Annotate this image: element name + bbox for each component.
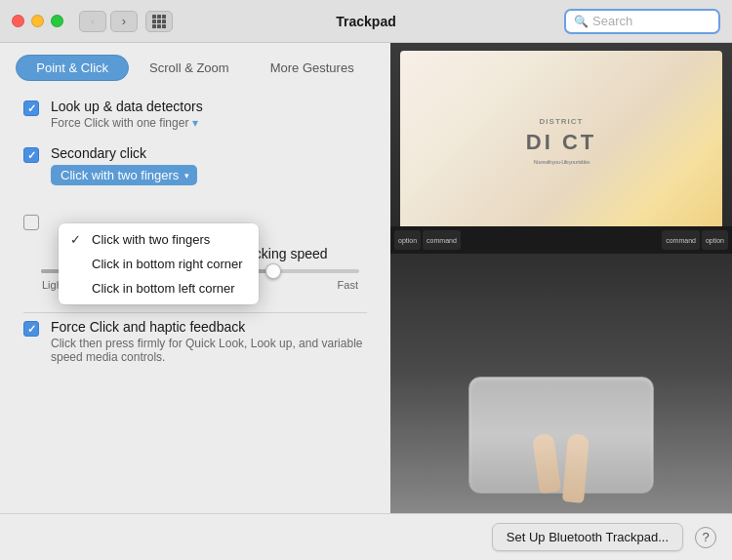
main-content: Point & Click Scroll & Zoom More Gesture… — [0, 43, 732, 513]
menu-item-bottom-left[interactable]: Click in bottom left corner — [59, 276, 259, 300]
bluetooth-button[interactable]: Set Up Bluetooth Trackpad... — [492, 523, 683, 551]
lookup-text: Look up & data detectors Force Click wit… — [51, 99, 367, 130]
lookup-dropdown-arrow[interactable]: ▾ — [192, 116, 198, 130]
left-panel: Point & Click Scroll & Zoom More Gesture… — [0, 43, 390, 513]
tap-click-checkbox[interactable] — [23, 215, 39, 230]
window-title: Trackpad — [336, 14, 395, 29]
bottom-bar: Set Up Bluetooth Trackpad... ? — [0, 513, 732, 560]
force-click-title: Force Click and haptic feedback — [51, 319, 367, 335]
lookup-title: Look up & data detectors — [51, 99, 367, 114]
lookup-subtitle: Force Click with one finger ▾ — [51, 116, 367, 130]
mac-screen-preview: DISTRICT DI CT Now with you · Life your … — [400, 51, 722, 231]
help-button[interactable]: ? — [695, 527, 716, 548]
search-box[interactable]: 🔍 — [564, 9, 720, 34]
dropdown-menu: ✓ Click with two fingers Click in bottom… — [59, 223, 259, 304]
settings-area: Look up & data detectors Force Click wit… — [0, 91, 390, 209]
trackpad-visual — [390, 323, 732, 513]
menu-item-bottom-right[interactable]: Click in bottom right corner — [59, 252, 259, 276]
keyboard-strip: option command command option — [390, 226, 732, 254]
lookup-row: Look up & data detectors Force Click wit… — [23, 99, 367, 130]
tab-scroll-zoom[interactable]: Scroll & Zoom — [129, 55, 250, 81]
force-click-subtitle: Click then press firmly for Quick Look, … — [51, 337, 367, 364]
titlebar: ‹ › Trackpad 🔍 — [0, 0, 732, 43]
secondary-click-row: Secondary click Click with two fingers ▾ — [23, 145, 367, 185]
tab-more-gestures[interactable]: More Gestures — [250, 55, 375, 81]
grid-icon — [152, 15, 166, 28]
dropdown-arrow-icon: ▾ — [184, 171, 189, 180]
right-panel: DISTRICT DI CT Now with you · Life your … — [390, 43, 732, 513]
forward-icon: › — [122, 14, 126, 28]
force-click-text: Force Click and haptic feedback Click th… — [51, 319, 367, 364]
secondary-click-title: Secondary click — [51, 145, 367, 161]
maximize-button[interactable] — [51, 15, 63, 27]
back-icon: ‹ — [91, 14, 95, 28]
finger-2 — [562, 433, 590, 503]
traffic-lights — [12, 15, 63, 27]
finger-1 — [532, 433, 561, 494]
tab-point-click[interactable]: Point & Click — [16, 55, 129, 81]
demo-image: DISTRICT DI CT Now with you · Life your … — [390, 43, 732, 513]
back-button[interactable]: ‹ — [79, 11, 106, 32]
key-command-right: command — [662, 230, 700, 250]
search-input[interactable] — [592, 14, 711, 28]
menu-item-two-fingers[interactable]: ✓ Click with two fingers — [59, 227, 259, 252]
key-option-left: option — [394, 230, 421, 250]
separator — [23, 312, 367, 313]
checkmark-icon: ✓ — [70, 232, 86, 247]
secondary-click-text: Secondary click Click with two fingers ▾ — [51, 145, 367, 185]
force-click-row: Force Click and haptic feedback Click th… — [23, 319, 367, 364]
secondary-click-dropdown[interactable]: Click with two fingers ▾ — [51, 165, 197, 185]
grid-button[interactable] — [145, 11, 173, 32]
key-command-left: command — [423, 230, 461, 250]
close-button[interactable] — [12, 15, 24, 27]
trackpad-image — [468, 377, 654, 494]
search-icon: 🔍 — [574, 15, 589, 28]
nav-buttons: ‹ › — [79, 11, 138, 32]
key-option-right: option — [702, 230, 728, 250]
secondary-click-checkbox[interactable] — [23, 147, 39, 163]
forward-button[interactable]: › — [110, 11, 138, 32]
force-click-checkbox[interactable] — [23, 321, 39, 337]
minimize-button[interactable] — [31, 15, 44, 27]
tabs-bar: Point & Click Scroll & Zoom More Gesture… — [0, 43, 390, 91]
lookup-checkbox[interactable] — [23, 100, 39, 116]
